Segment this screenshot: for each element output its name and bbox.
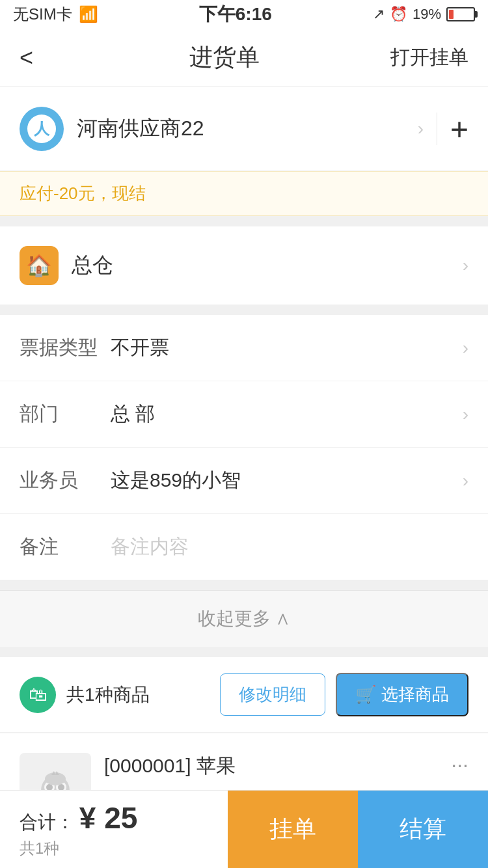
supplier-section: 人 河南供应商22 › + 应付-20元，现结: [0, 87, 488, 216]
dept-label: 部门: [20, 401, 111, 427]
warehouse-name: 总仓: [72, 251, 456, 280]
status-time: 下午6:16: [199, 2, 272, 27]
supplier-avatar: 人: [20, 107, 64, 151]
carrier-label: 无SIM卡: [13, 4, 72, 25]
total-label: 合计：: [20, 812, 74, 832]
nav-bar: < 进货单 打开挂单: [0, 29, 488, 87]
dept-chevron-icon: ›: [463, 404, 468, 425]
supplier-name: 河南供应商22: [77, 115, 411, 143]
invoice-row[interactable]: 票据类型 不开票 ›: [0, 315, 488, 381]
products-header: 🛍 共1种商品 修改明细 🛒 选择商品: [0, 657, 488, 733]
back-button[interactable]: <: [20, 44, 59, 72]
dept-value: 总 部: [111, 401, 456, 427]
notice-text: 应付-20元，现结: [20, 183, 146, 203]
invoice-label: 票据类型: [20, 334, 111, 361]
cart-icon: 🛒: [355, 685, 376, 705]
collapse-label: 收起更多 ∧: [198, 608, 291, 629]
product-cart-icon: 🛍: [20, 677, 56, 713]
total-sub: 共1种: [20, 838, 208, 859]
sales-label: 业务员: [20, 467, 111, 494]
sales-row[interactable]: 业务员 这是859的小智 ›: [0, 448, 488, 514]
total-section: 合计： ¥ 25 共1种: [0, 800, 228, 859]
sales-chevron-icon: ›: [463, 470, 468, 491]
product-count-label: 共1种商品: [66, 683, 220, 707]
supplier-divider: [437, 113, 437, 145]
status-left: 无SIM卡 📶: [13, 4, 98, 25]
page-title: 进货单: [189, 42, 260, 74]
invoice-chevron-icon: ›: [463, 338, 468, 359]
battery-icon: [446, 7, 475, 21]
edit-details-button[interactable]: 修改明细: [220, 673, 325, 716]
product-name: [0000001] 苹果: [104, 753, 429, 780]
warehouse-chevron-icon: ›: [463, 255, 468, 276]
alarm-icon: ⏰: [390, 6, 407, 23]
supplier-row[interactable]: 人 河南供应商22 › +: [0, 87, 488, 171]
product-title: 苹果: [197, 755, 236, 776]
status-right: ↗ ⏰ 19%: [373, 6, 475, 23]
warehouse-icon: 🏠: [20, 246, 59, 285]
total-line: 合计： ¥ 25: [20, 800, 208, 835]
location-icon: ↗: [373, 6, 385, 23]
sales-value: 这是859的小智: [111, 467, 456, 494]
product-more-button[interactable]: ···: [429, 753, 468, 777]
remark-row[interactable]: 备注 备注内容: [0, 514, 488, 580]
total-amount: ¥ 25: [79, 801, 138, 835]
collapse-row[interactable]: 收起更多 ∧: [0, 590, 488, 647]
battery-fill: [449, 10, 454, 19]
remark-label: 备注: [20, 534, 111, 560]
pending-button[interactable]: 挂单: [228, 791, 358, 869]
supplier-chevron-icon: ›: [418, 118, 424, 139]
select-product-button[interactable]: 🛒 选择商品: [336, 673, 468, 716]
select-product-label: 选择商品: [381, 683, 449, 706]
invoice-value: 不开票: [111, 334, 456, 361]
form-section: 票据类型 不开票 › 部门 总 部 › 业务员 这是859的小智 › 备注 备注…: [0, 315, 488, 580]
battery-percent: 19%: [413, 6, 441, 23]
status-bar: 无SIM卡 📶 下午6:16 ↗ ⏰ 19%: [0, 0, 488, 29]
svg-point-5: [45, 772, 66, 785]
add-supplier-button[interactable]: +: [450, 111, 468, 147]
warehouse-section: 🏠 总仓 ›: [0, 226, 488, 305]
checkout-button[interactable]: 结算: [358, 791, 488, 869]
remark-input[interactable]: 备注内容: [111, 534, 468, 560]
open-pending-button[interactable]: 打开挂单: [390, 44, 468, 71]
dept-row[interactable]: 部门 总 部 ›: [0, 381, 488, 448]
product-code: [0000001]: [104, 755, 197, 776]
notice-bar: 应付-20元，现结: [0, 171, 488, 216]
wifi-icon: 📶: [79, 5, 98, 23]
warehouse-row[interactable]: 🏠 总仓 ›: [0, 226, 488, 305]
bottom-bar: 合计： ¥ 25 共1种 挂单 结算: [0, 790, 488, 868]
avatar-inner: 人: [27, 115, 56, 143]
